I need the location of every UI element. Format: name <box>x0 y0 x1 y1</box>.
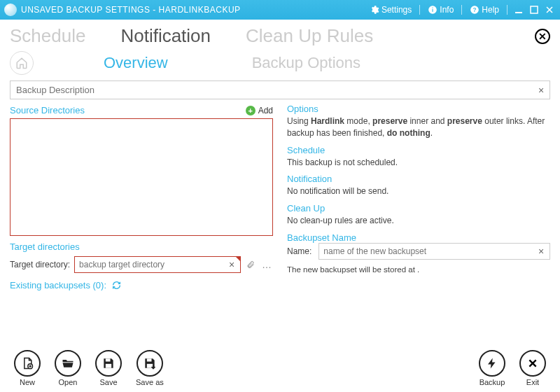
options-text: Using Hardlink mode, preserve inner and … <box>287 114 550 145</box>
ellipsis-icon: … <box>262 259 272 270</box>
svg-rect-1 <box>433 9 433 12</box>
info-menu[interactable]: Info <box>425 5 456 15</box>
target-input-wrap: × <box>74 256 241 273</box>
refresh-button[interactable] <box>112 281 121 290</box>
exit-label: Exit <box>526 378 539 386</box>
maximize-button[interactable] <box>528 4 540 15</box>
stored-at-text: The new backupset will be stored at . <box>287 260 550 274</box>
settings-menu[interactable]: Settings <box>367 5 414 15</box>
existing-label: Existing backupsets (0): <box>10 280 106 290</box>
home-icon <box>15 57 28 69</box>
target-header: Target directories <box>10 240 273 253</box>
target-directory-input[interactable] <box>75 257 223 272</box>
info-label: Info <box>440 5 454 15</box>
svg-rect-8 <box>106 358 111 361</box>
notification-title: Notification <box>287 174 550 184</box>
bottom-left-group: New Open Save Save as <box>14 350 164 386</box>
close-icon: × <box>538 246 544 257</box>
target-title: Target directories <box>10 241 80 252</box>
help-label: Help <box>482 5 499 15</box>
options-title: Options <box>287 104 550 114</box>
minimize-button[interactable] <box>512 4 525 15</box>
close-icon: ✕ <box>538 31 547 42</box>
new-button[interactable]: New <box>14 350 41 386</box>
help-menu[interactable]: ? Help <box>467 5 502 15</box>
add-source-button[interactable]: + Add <box>246 106 273 115</box>
attach-button[interactable] <box>245 259 256 270</box>
separator <box>507 5 507 15</box>
clear-description-button[interactable]: × <box>533 85 550 96</box>
svg-rect-2 <box>433 8 433 8</box>
backupset-title: Backupset Name <box>287 232 550 243</box>
info-icon <box>428 5 438 15</box>
svg-rect-5 <box>515 12 522 13</box>
primary-tabs: Schedule Notification Clean Up Rules ✕ <box>0 20 560 47</box>
gear-icon <box>370 5 379 15</box>
main-body: Source Directories + Add Target director… <box>0 99 560 290</box>
folder-open-icon <box>61 356 75 370</box>
schedule-text: This backup is not scheduled. <box>287 155 550 174</box>
subtab-backup-options[interactable]: Backup Options <box>252 54 360 72</box>
help-icon: ? <box>470 5 479 15</box>
close-window-button[interactable] <box>543 4 556 15</box>
paperclip-icon <box>246 259 255 270</box>
name-label: Name: <box>287 246 312 256</box>
new-label: New <box>20 378 35 386</box>
source-directories-list[interactable] <box>10 118 273 236</box>
left-panel: Source Directories + Add Target director… <box>10 104 273 290</box>
home-button[interactable] <box>10 51 34 75</box>
right-panel: Options Using Hardlink mode, preserve in… <box>287 104 550 290</box>
titlebar-menu: Settings Info ? Help <box>367 4 556 15</box>
subtab-overview[interactable]: Overview <box>104 54 168 72</box>
save-as-label: Save as <box>136 378 164 386</box>
description-row: × <box>0 80 560 99</box>
exit-button[interactable]: Exit <box>519 350 546 386</box>
backupset-name-input[interactable] <box>319 244 533 259</box>
existing-backupsets-row: Existing backupsets (0): <box>10 280 273 290</box>
close-panel-button[interactable]: ✕ <box>535 29 550 44</box>
tab-cleanup[interactable]: Clean Up Rules <box>246 25 373 47</box>
name-input-wrap: × <box>318 243 550 260</box>
add-label: Add <box>258 106 273 115</box>
save-as-icon <box>143 356 157 370</box>
settings-label: Settings <box>382 5 412 15</box>
refresh-icon <box>112 281 121 290</box>
close-icon: × <box>229 259 234 270</box>
separator <box>419 5 420 15</box>
svg-rect-10 <box>147 358 152 361</box>
browse-target-button[interactable]: … <box>260 259 273 270</box>
titlebar: UNSAVED BACKUP SETTINGS - HARDLINKBACKUP… <box>0 0 560 20</box>
svg-text:?: ? <box>473 7 477 13</box>
bottom-toolbar: New Open Save Save as Backup Exit <box>0 350 560 386</box>
secondary-tabs: Overview Backup Options <box>0 47 560 80</box>
backupset-name-row: Name: × <box>287 243 550 260</box>
save-button[interactable]: Save <box>95 350 122 386</box>
open-button[interactable]: Open <box>55 350 81 386</box>
description-input-wrap: × <box>10 80 550 99</box>
target-label: Target directory: <box>10 260 70 270</box>
bottom-right-group: Backup Exit <box>479 350 546 386</box>
close-icon: × <box>538 85 544 96</box>
save-label: Save <box>99 378 117 386</box>
validation-marker <box>235 256 241 262</box>
tab-notification[interactable]: Notification <box>120 25 211 47</box>
window-title: UNSAVED BACKUP SETTINGS - HARDLINKBACKUP <box>21 5 367 15</box>
app-icon <box>4 4 17 16</box>
tab-schedule[interactable]: Schedule <box>10 25 85 47</box>
svg-rect-6 <box>531 6 538 13</box>
cleanup-title: Clean Up <box>287 203 550 214</box>
backup-button[interactable]: Backup <box>479 350 505 386</box>
backup-label: Backup <box>479 378 505 386</box>
clear-name-button[interactable]: × <box>533 246 550 257</box>
svg-rect-9 <box>106 364 111 368</box>
plus-icon: + <box>246 106 255 115</box>
schedule-title: Schedule <box>287 145 550 155</box>
source-title: Source Directories <box>10 105 85 115</box>
source-header: Source Directories + Add <box>10 104 273 117</box>
notification-text: No notification will be send. <box>287 184 550 203</box>
lightning-icon <box>486 357 498 370</box>
description-input[interactable] <box>10 81 533 99</box>
close-icon <box>527 358 538 369</box>
save-as-button[interactable]: Save as <box>136 350 164 386</box>
open-label: Open <box>59 378 78 386</box>
